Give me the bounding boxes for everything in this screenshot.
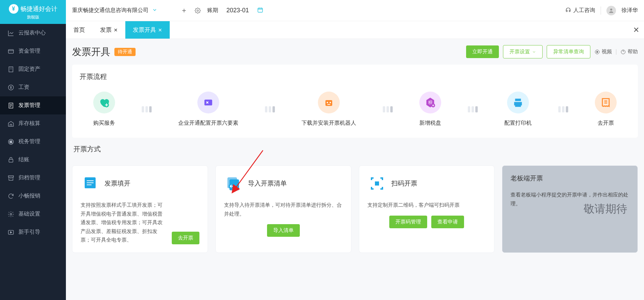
coming-soon-text: 敬请期待 [584, 202, 627, 217]
step-label: 下载并安装开票机器人 [302, 120, 356, 127]
period-label: 账期 [207, 7, 218, 14]
nav-archive[interactable]: 归档管理 [0, 169, 66, 187]
money-icon [8, 84, 14, 91]
nav-settings[interactable]: 基础设置 [0, 205, 66, 223]
support-link[interactable]: 人工咨询 [565, 7, 595, 14]
nav-label: 固定资产 [18, 66, 40, 73]
code-manage-button[interactable]: 开票码管理 [389, 216, 427, 228]
user-avatar[interactable] [606, 6, 616, 15]
period-value[interactable]: 2023-01 [226, 7, 249, 14]
brand-edition: 旗舰版 [27, 14, 39, 20]
step-label: 购买服务 [93, 120, 115, 127]
close-icon[interactable]: ✕ [114, 27, 118, 33]
wallet-icon [8, 48, 14, 55]
nav-fixed-assets[interactable]: 固定资产 [0, 60, 66, 78]
nav-guide[interactable]: 新手引导 [0, 223, 66, 241]
svg-rect-1 [9, 67, 13, 72]
ticket-icon [202, 97, 214, 108]
flow-step-config[interactable]: 企业开通配置开票六要素 [178, 92, 238, 127]
invoice-settings-button[interactable]: 开票设置 [503, 45, 543, 58]
nav-salary[interactable]: 工资 [0, 78, 66, 96]
flow-step-printer[interactable]: 配置打印机 [504, 92, 532, 127]
import-list-button[interactable]: 导入清单 [267, 224, 300, 237]
receipt-fill-icon [81, 174, 100, 193]
flow-step-go[interactable]: 去开票 [595, 92, 617, 127]
card-title: 导入开票清单 [248, 179, 287, 188]
abnormal-list-button[interactable]: 异常清单查询 [547, 45, 590, 58]
flow-step-tax-disk[interactable]: 税新增税盘 [419, 92, 441, 127]
org-selector[interactable]: 重庆畅捷交通信息咨询有限公司 [72, 7, 174, 14]
play-icon [8, 229, 14, 236]
flow-step-buy[interactable]: 购买服务 [93, 92, 115, 127]
refresh-icon [8, 193, 14, 200]
printer-icon [512, 97, 524, 108]
step-label: 新增税盘 [419, 120, 441, 127]
svg-rect-7 [9, 176, 14, 177]
main-content: 重庆畅捷交通信息咨询有限公司 账期 2023-01 人工咨询 徐泽华 首页 发票… [66, 0, 644, 300]
close-icon[interactable]: ✕ [158, 27, 162, 33]
card-scan-invoice: 扫码开票 支持定制开票二维码，客户端可扫码开票 开票码管理查看申请 [359, 165, 495, 253]
flow-panel: 开票流程 购买服务 企业开通配置开票六要素 下载并安装开票机器人 税新增税盘 配… [72, 65, 638, 138]
nav-tax[interactable]: 税税务管理 [0, 133, 66, 151]
methods-title: 开票方式 [72, 145, 638, 154]
import-icon [224, 174, 243, 193]
go-invoice-button[interactable]: 去开票 [172, 232, 199, 244]
gear-icon [8, 211, 14, 218]
archive-icon [8, 175, 14, 181]
sidebar: ¥ 畅捷通好会计 旗舰版 云报表中心 资金管理 固定资产 工资 发票管理 库存核… [0, 0, 66, 300]
svg-point-18 [327, 102, 328, 103]
nav-label: 发票管理 [18, 102, 40, 109]
card-import-list: 导入开票清单 支持导入待开票清单，可对待开票清单进行拆分、合并处理。 导入清单 [215, 165, 351, 253]
svg-point-8 [10, 213, 12, 215]
flow-separator [383, 106, 393, 112]
brand-name: 畅捷通好会计 [20, 5, 57, 13]
calendar-icon[interactable] [257, 7, 263, 14]
tab-label: 发票开具 [133, 26, 156, 34]
warehouse-icon [8, 120, 14, 127]
step-label: 配置打印机 [504, 120, 532, 127]
headset-icon [565, 7, 571, 14]
tab-invoice[interactable]: 发票✕ [93, 21, 125, 39]
building-icon [8, 66, 14, 73]
video-link[interactable]: 视频 [594, 49, 612, 55]
open-now-button[interactable]: 立即开通 [466, 45, 499, 58]
chevron-down-icon [152, 7, 157, 14]
tab-invoice-issue[interactable]: 发票开具✕ [125, 21, 170, 39]
nav-label: 云报表中心 [18, 29, 46, 37]
add-button[interactable] [180, 6, 188, 15]
settings-icon[interactable] [194, 6, 202, 15]
flow-separator [142, 106, 152, 112]
support-label: 人工咨询 [573, 7, 595, 14]
nav-inventory[interactable]: 库存核算 [0, 114, 66, 133]
flow-separator [468, 106, 478, 112]
nav-label: 新手引导 [18, 229, 40, 236]
brand-logo[interactable]: ¥ 畅捷通好会计 旗舰版 [0, 0, 66, 24]
nav-report-center[interactable]: 云报表中心 [0, 24, 66, 42]
hexagon-plus-icon: 税 [424, 97, 436, 108]
receipt-icon [600, 97, 612, 108]
flow-step-download[interactable]: 下载并安装开票机器人 [302, 92, 356, 127]
nav-closing[interactable]: 结账 [0, 151, 66, 169]
tax-icon: 税 [8, 138, 14, 145]
svg-rect-6 [9, 159, 13, 162]
svg-rect-16 [205, 100, 212, 106]
nav-label: 归档管理 [18, 174, 40, 181]
tab-home[interactable]: 首页 [66, 21, 93, 39]
svg-rect-0 [9, 50, 14, 53]
chart-icon [8, 30, 14, 37]
view-apply-button[interactable]: 查看申请 [431, 216, 464, 228]
card-title: 扫码开票 [391, 179, 417, 188]
tab-label: 首页 [73, 26, 85, 34]
nav-invoice[interactable]: 发票管理 [0, 96, 66, 114]
status-badge: 待开通 [114, 48, 136, 56]
org-name: 重庆畅捷交通信息咨询有限公司 [72, 7, 149, 14]
button-label: 开票设置 [509, 49, 530, 55]
nav-expense[interactable]: 小畅报销 [0, 187, 66, 205]
username[interactable]: 徐泽华 [621, 7, 638, 14]
card-fill-invoice: 发票填开 支持按照发票样式手工填开发票；可开具增值税电子普通发票、增值税普通发票… [72, 165, 208, 253]
help-link[interactable]: 帮助 [620, 49, 638, 55]
card-desc: 支持导入待开票清单，可对待开票清单进行拆分、合并处理。 [224, 201, 343, 218]
nav-funds[interactable]: 资金管理 [0, 42, 66, 60]
close-all-tabs[interactable]: ✕ [633, 26, 639, 35]
link-label: 帮助 [628, 49, 638, 55]
